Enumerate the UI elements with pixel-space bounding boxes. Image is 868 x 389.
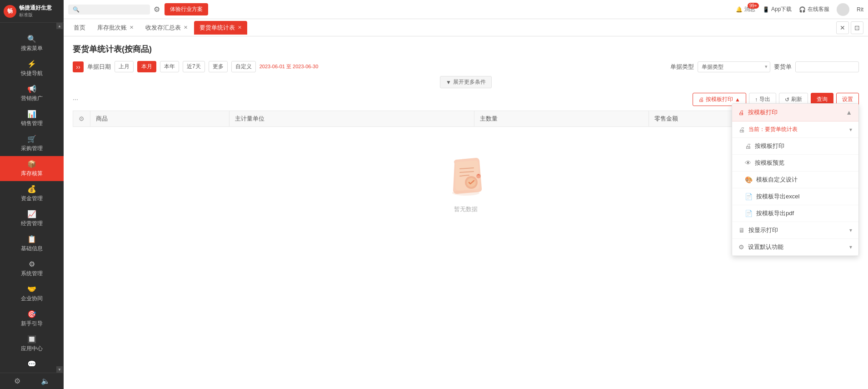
username-label: Rit: [857, 6, 863, 13]
sidebar-item-quick-nav[interactable]: ⚡ 快捷导航: [0, 56, 64, 81]
sidebar-item-basic[interactable]: 📋 基础信息: [0, 231, 64, 256]
sidebar-item-sales[interactable]: 📊 销售管理: [0, 106, 64, 131]
date-current-month-button[interactable]: 本月: [137, 61, 156, 72]
current-chevron-icon: ▾: [849, 126, 852, 133]
current-print-icon: 🖨: [738, 126, 745, 133]
tab-receivable-summary[interactable]: 收发存汇总表 ✕: [140, 21, 193, 35]
sidebar-scroll-up[interactable]: ▲: [56, 23, 63, 29]
sidebar: 畅 畅捷通好生意 标准版 ▲ 🔍 搜索菜单 ⚡ 快捷导航 📢 营销推广 📊 销售…: [0, 0, 64, 389]
sidebar-item-finance[interactable]: 💰 资金管理: [0, 181, 64, 206]
tab-requisition-stats-close[interactable]: ✕: [238, 25, 242, 30]
tab-home[interactable]: 首页: [68, 21, 91, 35]
filter-expand-button[interactable]: ››: [73, 61, 84, 72]
print-dropdown-item-export-excel[interactable]: 📄 按模板导出excel: [732, 188, 858, 205]
sidebar-item-wechat[interactable]: 💬 企业微信: [0, 356, 64, 366]
template-design-icon: 🎨: [745, 176, 753, 183]
headset-icon: 🎧: [799, 6, 806, 13]
avatar-image: [837, 3, 849, 16]
app-logo-icon: 畅: [4, 5, 16, 18]
date-custom-button[interactable]: 自定义: [231, 61, 256, 72]
experience-button[interactable]: 体验行业方案: [165, 3, 208, 15]
tab-receivable-summary-close[interactable]: ✕: [184, 25, 188, 30]
print-dropdown-section-display-print[interactable]: 🖥 按显示打印 ▾: [732, 222, 858, 239]
sidebar-scroll-down[interactable]: ▼: [56, 366, 63, 373]
display-print-chevron-icon: ▾: [849, 227, 852, 233]
requisition-input[interactable]: [795, 61, 859, 72]
sidebar-item-purchase[interactable]: 🛒 采购管理: [0, 131, 64, 156]
tab-inventory-batch-close[interactable]: ✕: [130, 25, 134, 30]
expand-more-button[interactable]: ▼ 展开更多条件: [440, 76, 492, 88]
table-header-product: 商品: [90, 111, 229, 127]
apps-icon: 🔲: [27, 335, 36, 344]
tabs-bar: 首页 库存批次账 ✕ 收发存汇总表 ✕ 要货单统计表 ✕ ✕ ⊡: [64, 19, 868, 36]
export-excel-icon: 📄: [745, 193, 753, 200]
user-avatar[interactable]: [837, 3, 849, 16]
sidebar-item-newbie[interactable]: 🎯 新手引导: [0, 306, 64, 331]
sales-icon: 📊: [27, 110, 36, 118]
sidebar-item-inventory[interactable]: 📦 库存核算: [0, 156, 64, 181]
tabs-right-controls: ✕ ⊡: [836, 21, 863, 34]
page-title: 要货单统计表(按商品): [73, 44, 859, 55]
sidebar-item-apps[interactable]: 🔲 应用中心: [0, 331, 64, 356]
app-logo-text: 畅捷通好生意 标准版: [19, 5, 52, 18]
sidebar-item-marketing[interactable]: 📢 营销推广: [0, 81, 64, 106]
template-print-icon: 🖨: [745, 142, 751, 150]
app-download-button[interactable]: 📱 App下载: [763, 5, 792, 13]
date-more-button[interactable]: 更多: [209, 61, 228, 72]
search-icon: 🔍: [27, 35, 36, 43]
sidebar-item-search[interactable]: 🔍 搜索菜单: [0, 31, 64, 56]
more-options-icon[interactable]: ⋯: [73, 96, 78, 103]
tab-inventory-batch[interactable]: 库存批次账 ✕: [92, 21, 139, 35]
finance-icon: 💰: [27, 185, 36, 193]
sidebar-item-system[interactable]: ⚙ 系统管理: [0, 256, 64, 281]
template-preview-icon: 👁: [745, 159, 751, 167]
date-7days-button[interactable]: 近7天: [183, 61, 205, 72]
marketing-icon: 📢: [27, 85, 36, 93]
wechat-icon: 💬: [27, 360, 36, 366]
print-dropdown-header[interactable]: 🖨 按模板打印 ▲: [732, 104, 858, 121]
print-dropdown-item-template-print[interactable]: 🖨 按模板打印: [732, 138, 858, 155]
inventory-icon: 📦: [27, 160, 36, 168]
date-year-button[interactable]: 本年: [160, 61, 179, 72]
table-header-quantity: 主数量: [474, 111, 649, 127]
bell-icon: 🔔: [736, 6, 743, 13]
filter-bar: ›› 单据日期 上月 本月 本年 近7天 更多 自定义 2023-06-01 至…: [73, 61, 859, 72]
search-small-icon: 🔍: [73, 6, 80, 13]
topbar-search-box[interactable]: 🔍: [68, 5, 150, 15]
print-dropdown-header-left: 🖨 按模板打印: [738, 108, 778, 116]
messages-button[interactable]: 🔔 消息 99+: [736, 5, 755, 13]
empty-text: 暂无数据: [454, 205, 478, 213]
sidebar-item-coop[interactable]: 🤝 企业协同: [0, 281, 64, 306]
print-dropdown-item-export-pdf[interactable]: 📄 按模板导出pdf: [732, 205, 858, 222]
display-print-icon: 🖥: [738, 227, 745, 234]
action-bar-left: ⋯: [73, 96, 80, 103]
date-label: 单据日期: [87, 63, 111, 71]
speaker-icon[interactable]: 🔈: [41, 377, 50, 385]
topbar-gear-icon[interactable]: ⚙: [154, 5, 160, 14]
quick-nav-icon: ⚡: [27, 60, 36, 68]
online-service-button[interactable]: 🎧 在线客服: [799, 5, 829, 13]
close-tab-button[interactable]: ✕: [836, 21, 849, 34]
date-prev-month-button[interactable]: 上月: [115, 61, 134, 72]
refresh-icon: ↺: [785, 96, 789, 103]
print-dropdown-collapse-icon[interactable]: ▲: [846, 109, 852, 116]
default-func-chevron-icon: ▾: [849, 244, 852, 250]
requisition-label: 要货单: [774, 63, 792, 71]
print-dropdown-section-default-func[interactable]: ⚙ 设置默认功能 ▾: [732, 239, 858, 256]
table-header-gear: ⚙: [73, 111, 90, 127]
print-dropdown-item-template-preview[interactable]: 👁 按模板预览: [732, 155, 858, 172]
default-func-icon: ⚙: [738, 243, 744, 251]
phone-icon: 📱: [763, 6, 769, 13]
coop-icon: 🤝: [27, 285, 36, 293]
type-select[interactable]: 单据类型: [698, 61, 770, 72]
print-dropdown-item-template-design[interactable]: 🎨 模板自定义设计: [732, 172, 858, 188]
settings-icon[interactable]: ⚙: [14, 377, 20, 385]
main-area: 🔍 ⚙ 体验行业方案 🔔 消息 99+ 📱 App下载 🎧 在线客服 Rit: [64, 0, 868, 389]
system-icon: ⚙: [29, 260, 35, 268]
tab-requisition-stats[interactable]: 要货单统计表 ✕: [194, 21, 247, 35]
print-dropdown-current[interactable]: 🖨 当前：要货单统计表 ▾: [732, 121, 858, 138]
sidebar-item-operations[interactable]: 📈 经营管理: [0, 206, 64, 231]
maximize-tab-button[interactable]: ⊡: [851, 21, 863, 34]
basic-icon: 📋: [27, 235, 36, 243]
table-gear-icon[interactable]: ⚙: [79, 115, 85, 122]
